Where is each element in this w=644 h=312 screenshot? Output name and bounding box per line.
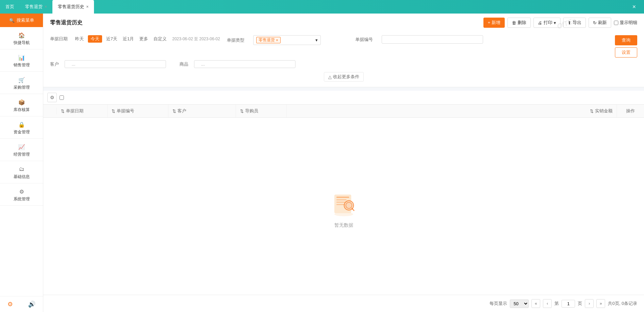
date-opt-custom[interactable]: 自定义 <box>152 35 168 43</box>
tab-home[interactable]: 首页 <box>0 0 20 14</box>
search-icon: 🔍 <box>9 18 15 23</box>
voucher-filter-label: 单据编号 <box>355 37 379 43</box>
date-opt-yesterday[interactable]: 昨天 <box>74 35 85 43</box>
top-bar: 首页 零售退货 × 零售退货历史 × × <box>0 0 644 14</box>
finance-icon: 🔒 <box>18 121 25 128</box>
empty-state: 暂无数据 <box>43 118 644 295</box>
date-range-display: 2023-06-02 至 2023-06-02 <box>172 36 220 42</box>
sort-icon-amount: ⇅ <box>590 109 594 114</box>
sidebar-item-basic-info[interactable]: 🗂 基础信息 <box>0 161 43 183</box>
table-settings-button[interactable]: ⚙ <box>47 93 57 102</box>
window-close-button[interactable]: × <box>629 3 639 10</box>
filter-customer-row: 客户 ... 商品 ... <box>50 60 637 68</box>
empty-illustration <box>327 184 361 218</box>
sidebar-item-inventory[interactable]: 📦 库存核算 <box>0 94 43 116</box>
next-page-button[interactable]: › <box>585 299 594 308</box>
home-icon: 🏠 <box>18 32 25 39</box>
sys-icon: ⚙ <box>18 188 25 195</box>
tab-close-retail-return[interactable]: × <box>45 4 47 9</box>
inventory-icon: 📦 <box>18 99 25 106</box>
pagination: 每页显示 50 20 100 « ‹ 第 页 › » 共0页, 0条记录 <box>43 295 644 312</box>
sort-icon-customer: ⇅ <box>172 109 176 114</box>
first-page-button[interactable]: « <box>531 299 540 308</box>
page-title: 零售退货历史 <box>50 19 82 26</box>
sidebar: 🔍 搜索菜单 🏠 快捷导航 📊 销售管理 🛒 采购管理 📦 库存核算 🔒 资金管… <box>0 14 43 312</box>
per-page-select[interactable]: 50 20 100 <box>510 299 529 308</box>
page-title-row: 零售退货历史 + 新增 🗑 删除 🖨 打印 ▾ ⬆ 导出 <box>50 18 637 28</box>
voucher-input[interactable] <box>382 35 483 44</box>
goods-label: 商品 <box>180 61 191 67</box>
type-tag[interactable]: 零售退货 × <box>256 37 281 43</box>
th-date[interactable]: ⇅ 单据日期 <box>57 105 108 117</box>
th-amount[interactable]: ⇅ 实销金额 <box>287 105 617 117</box>
svg-rect-2 <box>336 197 349 198</box>
goods-input[interactable]: ... <box>194 60 295 68</box>
sidebar-search[interactable]: 🔍 搜索菜单 <box>0 14 43 27</box>
export-icon: ⬆ <box>568 20 571 25</box>
svg-line-8 <box>352 208 354 210</box>
tab-list: 首页 零售退货 × 零售退货历史 × <box>0 0 629 14</box>
sidebar-item-operations[interactable]: 📈 经营管理 <box>0 139 43 161</box>
settings-bottom-icon[interactable]: ⚙ <box>7 300 13 308</box>
type-dropdown-icon: ▾ <box>315 38 318 43</box>
sidebar-item-finance[interactable]: 🔒 资金管理 <box>0 116 43 139</box>
page-number-input[interactable] <box>562 300 575 308</box>
show-detail-checkbox[interactable] <box>614 21 618 25</box>
refresh-button[interactable]: ↻ 刷新 <box>589 18 611 28</box>
goods-filter-field: 商品 ... <box>180 60 295 68</box>
page-label-pre: 第 <box>554 300 559 307</box>
per-page-label: 每页显示 <box>490 300 507 307</box>
prev-page-button[interactable]: ‹ <box>543 299 552 308</box>
main-layout: 🔍 搜索菜单 🏠 快捷导航 📊 销售管理 🛒 采购管理 📦 库存核算 🔒 资金管… <box>0 14 644 312</box>
tab-close-retail-return-history[interactable]: × <box>86 4 89 9</box>
query-button[interactable]: 查询 <box>615 35 637 45</box>
table-settings-icon: ⚙ <box>50 95 54 100</box>
th-customer[interactable]: ⇅ 客户 <box>168 105 236 117</box>
tab-retail-return[interactable]: 零售退货 × <box>20 0 52 14</box>
customer-filter-field: 客户 ... <box>50 60 166 68</box>
customer-input[interactable]: ... <box>65 60 166 68</box>
th-number[interactable]: ⇅ 单据编号 <box>108 105 168 117</box>
filter-collapse-row: △ 收起更多条件 <box>50 71 637 84</box>
type-select[interactable]: 零售退货 × ▾ <box>253 35 321 45</box>
settings-button[interactable]: 设置 <box>615 47 637 58</box>
volume-icon[interactable]: 🔊 <box>28 300 35 308</box>
export-button[interactable]: ⬆ 导出 <box>563 18 586 28</box>
sidebar-bottom: ⚙ 🔊 <box>0 296 43 312</box>
page-header: 零售退货历史 + 新增 🗑 删除 🖨 打印 ▾ ⬆ 导出 <box>43 14 644 87</box>
sidebar-item-purchase-mgmt[interactable]: 🛒 采购管理 <box>0 72 43 94</box>
filter-area: 单据日期 昨天 今天 近7天 近1月 更多 自定义 2023-06-02 至 2… <box>50 32 637 87</box>
show-detail-checkbox-label[interactable]: 显示明细 <box>614 20 637 26</box>
date-opt-more[interactable]: 更多 <box>138 35 149 43</box>
type-filter-label: 单据类型 <box>227 37 251 43</box>
collapse-button[interactable]: △ 收起更多条件 <box>324 72 364 82</box>
date-filter-label: 单据日期 <box>50 36 74 42</box>
type-tag-close-icon[interactable]: × <box>276 38 278 43</box>
last-page-button[interactable]: » <box>596 299 605 308</box>
date-opt-7days[interactable]: 近7天 <box>105 35 119 43</box>
collapse-icon: △ <box>328 74 332 80</box>
th-action: 操作 <box>617 105 644 117</box>
table-toolbar: ⚙ <box>43 91 644 105</box>
print-icon: 🖨 <box>538 20 542 25</box>
date-opt-1month[interactable]: 近1月 <box>121 35 135 43</box>
tab-retail-return-history[interactable]: 零售退货历史 × <box>52 0 94 14</box>
date-opt-today[interactable]: 今天 <box>88 35 102 43</box>
sales-icon: 📊 <box>18 54 25 61</box>
sidebar-item-sys-mgmt[interactable]: ⚙ 系统管理 <box>0 183 43 206</box>
sort-icon-guide: ⇅ <box>240 109 244 114</box>
new-button[interactable]: + 新增 <box>483 18 505 28</box>
customer-label: 客户 <box>50 61 62 67</box>
content-area: 零售退货历史 + 新增 🗑 删除 🖨 打印 ▾ ⬆ 导出 <box>43 14 644 312</box>
th-guide[interactable]: ⇅ 导购员 <box>236 105 287 117</box>
print-button[interactable]: 🖨 打印 ▾ <box>533 18 560 28</box>
total-label: 共0页, 0条记录 <box>608 300 637 307</box>
sidebar-item-sales-mgmt[interactable]: 📊 销售管理 <box>0 49 43 72</box>
operations-icon: 📈 <box>18 143 25 150</box>
top-bar-right: × <box>629 3 644 10</box>
refresh-icon: ↻ <box>593 20 597 25</box>
select-all-checkbox[interactable] <box>59 95 64 100</box>
sidebar-item-quick-nav[interactable]: 🏠 快捷导航 <box>0 27 43 49</box>
delete-button[interactable]: 🗑 删除 <box>507 18 531 28</box>
empty-text: 暂无数据 <box>334 222 353 228</box>
